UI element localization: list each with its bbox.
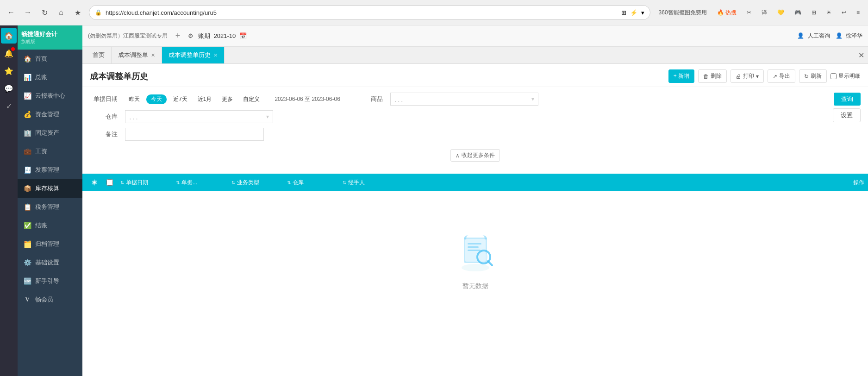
user-name[interactable]: 👤 徐泽华: [836, 32, 862, 40]
col-header-doc-num[interactable]: ⇅ 单据...: [172, 179, 228, 187]
refresh-button[interactable]: ↻ 刷新: [799, 69, 827, 83]
game-tool[interactable]: 🎮: [791, 7, 805, 18]
col-header-biz-type[interactable]: ⇅ 业务类型: [228, 179, 283, 187]
icon-bar-notification[interactable]: 🔔: [1, 45, 17, 61]
show-details-checkbox[interactable]: [831, 73, 837, 79]
date-options: 昨天 今天 近7天 近1月 更多 自定义: [125, 94, 263, 104]
address-bar[interactable]: 🔒 https://cloud.chanjet.com/accounting/u…: [89, 5, 650, 20]
sidebar-label-payroll: 工资: [35, 147, 47, 156]
sidebar-item-guide[interactable]: 🆕 新手引导: [18, 272, 82, 290]
history-tool[interactable]: ↩: [838, 7, 850, 18]
sidebar-item-tax[interactable]: 📋 税务管理: [18, 198, 82, 216]
export-button[interactable]: ↗ 导出: [768, 69, 795, 83]
tab-cost-adjust-history-close[interactable]: ✕: [213, 52, 218, 58]
address-text: https://cloud.chanjet.com/accounting/uru…: [106, 9, 618, 16]
sidebar-item-reports[interactable]: 📈 云报表中心: [18, 87, 82, 105]
sidebar-item-vip[interactable]: V 畅会员: [18, 290, 82, 309]
translate-tool[interactable]: 译: [758, 7, 771, 19]
print-button[interactable]: 🖨 打印 ▾: [731, 69, 764, 83]
sidebar-label-guide: 新手引导: [35, 277, 59, 285]
brightness-tool[interactable]: ☀: [823, 7, 835, 18]
sidebar-label-settings: 基础设置: [35, 258, 59, 267]
date-option-last1month[interactable]: 近1月: [194, 94, 216, 104]
bookmark-button[interactable]: ★: [71, 6, 84, 19]
home-button[interactable]: ⌂: [55, 6, 68, 19]
calendar-icon[interactable]: 📅: [239, 32, 247, 39]
invoice-icon: 🧾: [23, 166, 31, 174]
date-option-today[interactable]: 今天: [146, 94, 167, 104]
sidebar-item-archive[interactable]: 🗂️ 归档管理: [18, 235, 82, 253]
commodity-dropdown-icon: ▾: [531, 96, 534, 102]
funds-icon: 💰: [23, 111, 31, 118]
date-option-last7[interactable]: 近7天: [169, 94, 191, 104]
collapse-label: 收起更多条件: [462, 151, 495, 159]
sidebar-item-settings[interactable]: ⚙️ 基础设置: [18, 253, 82, 272]
user-service[interactable]: 👤 人工咨询: [797, 32, 830, 40]
sidebar-label-ledger: 总账: [35, 73, 47, 81]
wallet-tool[interactable]: 💛: [774, 7, 788, 18]
table-column-settings[interactable]: [86, 179, 103, 186]
hot-search[interactable]: 🔥 热搜: [713, 7, 740, 19]
delete-button[interactable]: 🗑 删除: [698, 69, 727, 83]
sidebar-label-reports: 云报表中心: [35, 92, 65, 100]
sidebar-label-closing: 结账: [35, 221, 47, 230]
warehouse-dropdown[interactable]: ... ▾: [125, 110, 273, 123]
icon-bar-check[interactable]: ✓: [1, 98, 17, 114]
guide-icon: 🆕: [23, 277, 31, 285]
payroll-icon: 💼: [23, 148, 31, 155]
icon-bar-star[interactable]: ⭐: [1, 63, 17, 79]
page-content: 成本调整单历史 + 新增 🗑 删除 🖨 打印 ▾ ↗ 导出: [82, 64, 868, 376]
commodity-dropdown[interactable]: ... ▾: [390, 93, 538, 106]
col-header-operator[interactable]: ⇅ 经手人: [339, 179, 394, 187]
date-option-more[interactable]: 更多: [218, 94, 237, 104]
tab-cost-adjust[interactable]: 成本调整单 ✕: [112, 47, 162, 63]
extensions-icon: ⊞: [621, 9, 626, 16]
select-all-checkbox[interactable]: [106, 179, 113, 186]
collapse-button[interactable]: ∧ 收起更多条件: [450, 149, 500, 162]
col-header-warehouse[interactable]: ⇅ 仓库: [283, 179, 339, 187]
date-option-custom[interactable]: 自定义: [239, 94, 263, 104]
empty-icon: [452, 228, 499, 275]
back-button[interactable]: ←: [5, 6, 18, 19]
warehouse-dropdown-icon: ▾: [266, 113, 269, 120]
forward-button[interactable]: →: [21, 6, 34, 19]
tab-home[interactable]: 首页: [86, 47, 112, 63]
sidebar-item-invoice[interactable]: 🧾 发票管理: [18, 161, 82, 179]
menu-tool[interactable]: ≡: [853, 7, 863, 18]
col-header-date[interactable]: ⇅ 单据日期: [117, 179, 172, 187]
icon-bar-main[interactable]: 🏠: [1, 28, 17, 44]
sidebar-header[interactable]: 畅捷通好会计 旗舰版: [18, 25, 82, 50]
page-header: 成本调整单历史 + 新增 🗑 删除 🖨 打印 ▾ ↗ 导出: [82, 64, 868, 87]
svg-rect-6: [468, 250, 481, 251]
icon-bar-message[interactable]: 💬: [1, 81, 17, 96]
period-label: 账期 2021-10 📅: [198, 32, 247, 40]
date-option-yesterday[interactable]: 昨天: [125, 94, 144, 104]
show-details-label[interactable]: 显示明细: [831, 72, 861, 80]
filter-settings-button[interactable]: 设置: [833, 108, 861, 122]
sidebar-item-funds[interactable]: 💰 资金管理: [18, 105, 82, 124]
sidebar-item-closing[interactable]: ✅ 结账: [18, 216, 82, 235]
fixed-assets-icon: 🏢: [23, 129, 31, 137]
table-select-all[interactable]: [103, 179, 117, 186]
sidebar-item-fixed-assets[interactable]: 🏢 固定资产: [18, 124, 82, 142]
app-logo-text: 畅捷通好会计: [21, 30, 57, 38]
sort-icon-doc: ⇅: [176, 180, 180, 185]
scissors-tool[interactable]: ✂: [743, 7, 755, 18]
grid-tool[interactable]: ⊞: [808, 7, 820, 18]
column-settings-icon: [91, 179, 98, 186]
sidebar-item-general-ledger[interactable]: 📊 总账: [18, 68, 82, 87]
refresh-button[interactable]: ↻: [38, 6, 51, 19]
sidebar-item-payroll[interactable]: 💼 工资: [18, 142, 82, 161]
sidebar-item-home[interactable]: 🏠 首页: [18, 50, 82, 68]
query-button[interactable]: 查询: [834, 93, 861, 106]
tab-cost-adjust-close[interactable]: ✕: [151, 52, 155, 58]
sidebar: 畅捷通好会计 旗舰版 🏠 首页 📊 总账 📈 云报表中心 💰 资金管理: [18, 25, 82, 376]
close-tab-area[interactable]: ✕: [858, 51, 864, 60]
settings-gear-icon[interactable]: ⚙: [188, 32, 194, 39]
new-button[interactable]: + 新增: [668, 69, 694, 83]
sidebar-item-inventory[interactable]: 📦 库存核算: [18, 179, 82, 198]
search-tool[interactable]: 360智能抠图免费用: [655, 7, 711, 19]
add-tab-button[interactable]: +: [172, 31, 183, 42]
remarks-input[interactable]: [125, 128, 264, 141]
tab-cost-adjust-history[interactable]: 成本调整单历史 ✕: [162, 47, 225, 63]
